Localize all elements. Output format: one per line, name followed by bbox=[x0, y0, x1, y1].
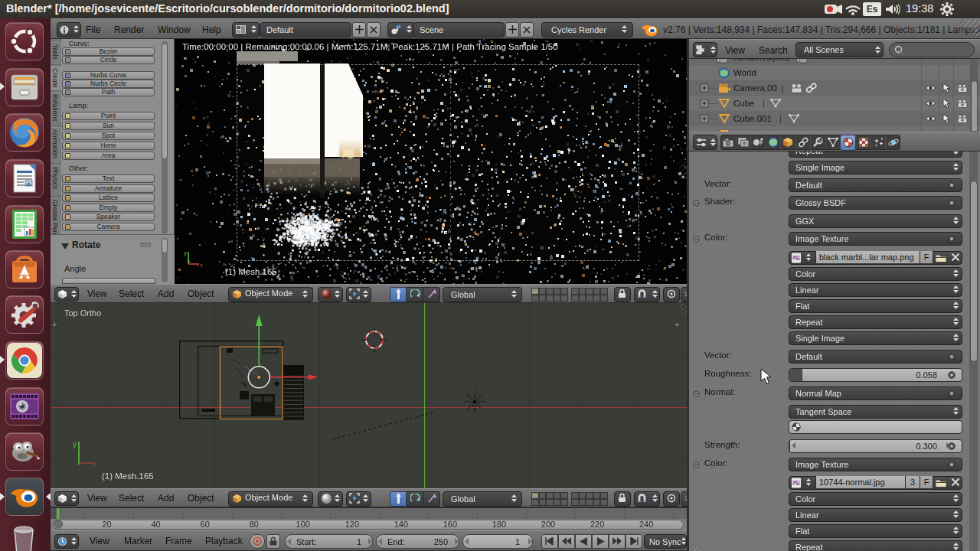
svg-text:(1) Mesh.165: (1) Mesh.165 bbox=[102, 471, 154, 481]
svg-text:x: x bbox=[200, 262, 203, 269]
svg-text:+: + bbox=[52, 320, 57, 329]
svg-text:Top Ortho: Top Ortho bbox=[64, 308, 101, 318]
svg-text:x: x bbox=[93, 460, 97, 468]
svg-text:+: + bbox=[675, 320, 679, 329]
svg-text:y: y bbox=[73, 440, 77, 448]
svg-text:y: y bbox=[184, 249, 187, 256]
